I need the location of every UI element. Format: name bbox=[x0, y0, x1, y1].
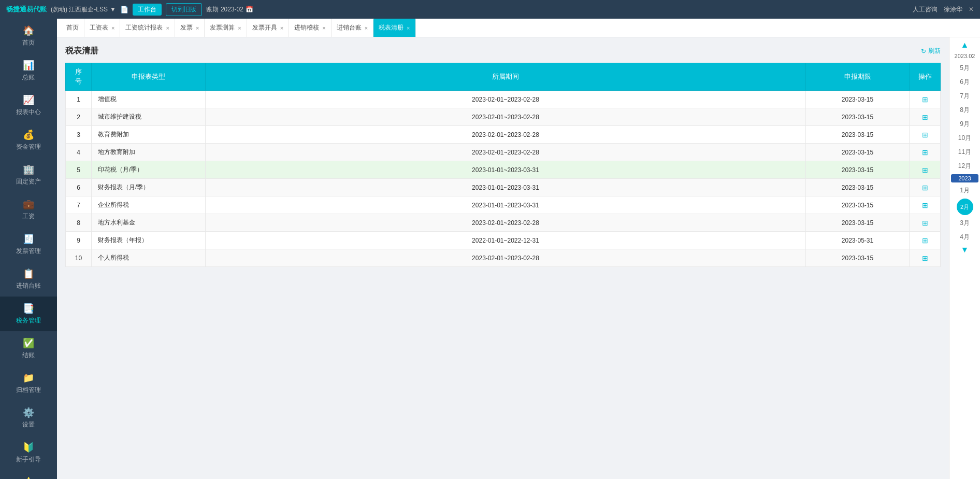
date-nav-down[interactable]: ▼ bbox=[960, 244, 970, 256]
close-tab-invoice-calc[interactable]: × bbox=[238, 25, 241, 31]
close-tab-salary-stats[interactable]: × bbox=[166, 25, 169, 31]
close-tab-invoice[interactable]: × bbox=[196, 25, 199, 31]
table-row: 8 地方水利基金 2023-02-01~2023-02-28 2023-03-1… bbox=[66, 214, 941, 232]
sidebar-item-purchase[interactable]: 📋 进销台账 bbox=[0, 262, 57, 297]
close-tab-purchase-check[interactable]: × bbox=[322, 25, 325, 31]
ledger-icon: 📊 bbox=[23, 60, 34, 71]
cell-period: 2023-02-01~2023-02-28 bbox=[206, 249, 806, 267]
chevron-down-icon: ▼ bbox=[110, 6, 116, 13]
sidebar-item-invoice[interactable]: 🧾 发票管理 bbox=[0, 227, 57, 262]
sidebar-item-reports[interactable]: 📈 报表中心 bbox=[0, 88, 57, 123]
sidebar-label-archive: 归档管理 bbox=[16, 386, 41, 395]
action-icon[interactable]: ⊞ bbox=[922, 254, 928, 262]
cell-action[interactable]: ⊞ bbox=[910, 161, 941, 179]
cell-action[interactable]: ⊞ bbox=[910, 108, 941, 126]
cell-type: 城市维护建设税 bbox=[92, 108, 206, 126]
action-icon[interactable]: ⊞ bbox=[922, 95, 928, 104]
cell-action[interactable]: ⊞ bbox=[910, 249, 941, 267]
cell-action[interactable]: ⊞ bbox=[910, 144, 941, 161]
sidebar-item-settlement[interactable]: ✅ 结账 bbox=[0, 331, 57, 366]
guide-icon: 🔰 bbox=[23, 442, 34, 453]
assets-icon: 🏢 bbox=[23, 164, 34, 175]
switch-old-button[interactable]: 切到旧版 bbox=[166, 3, 202, 16]
content-area: 首页 工资表 × 工资统计报表 × 发票 × 发票测算 × 发票开具 × bbox=[57, 19, 980, 479]
close-icon[interactable]: ✕ bbox=[969, 6, 974, 13]
table-row: 3 教育费附加 2023-02-01~2023-02-28 2023-03-15… bbox=[66, 126, 941, 144]
tab-invoice-calc[interactable]: 发票测算 × bbox=[205, 19, 247, 37]
action-icon[interactable]: ⊞ bbox=[922, 236, 928, 245]
date-panel-header: 2023.02 bbox=[954, 51, 976, 61]
tab-invoice[interactable]: 发票 × bbox=[175, 19, 205, 37]
date-month-7[interactable]: 7月 bbox=[949, 89, 980, 103]
cell-type: 财务报表（月/季） bbox=[92, 179, 206, 196]
sidebar-label-settings: 设置 bbox=[22, 420, 35, 429]
tab-bar: 首页 工资表 × 工资统计报表 × 发票 × 发票测算 × 发票开具 × bbox=[57, 19, 980, 37]
tab-invoice-open[interactable]: 发票开具 × bbox=[247, 19, 289, 37]
tab-salary-stats[interactable]: 工资统计报表 × bbox=[120, 19, 175, 37]
workspace-button[interactable]: 工作台 bbox=[133, 4, 162, 16]
cell-seq: 3 bbox=[66, 126, 92, 144]
date-month-5[interactable]: 5月 bbox=[949, 61, 980, 75]
sidebar-item-home[interactable]: 🏠 首页 bbox=[0, 19, 57, 53]
tax-table: 序号 申报表类型 所属期间 申报期限 操作 1 增值税 2023-02-01~2… bbox=[65, 63, 941, 267]
cell-period: 2023-02-01~2023-02-28 bbox=[206, 126, 806, 144]
action-icon[interactable]: ⊞ bbox=[922, 131, 928, 139]
top-bar-right: 人工咨询 徐涂华 ✕ bbox=[913, 5, 974, 14]
cell-action[interactable]: ⊞ bbox=[910, 214, 941, 232]
tab-home[interactable]: 首页 bbox=[61, 19, 84, 37]
invoice-icon: 🧾 bbox=[23, 233, 34, 245]
date-month-10[interactable]: 10月 bbox=[949, 131, 980, 145]
tab-salary-table[interactable]: 工资表 × bbox=[84, 19, 120, 37]
action-icon[interactable]: ⊞ bbox=[922, 201, 928, 209]
cell-action[interactable]: ⊞ bbox=[910, 196, 941, 214]
sidebar-item-guide[interactable]: 🔰 新手引导 bbox=[0, 435, 57, 470]
date-month-8[interactable]: 8月 bbox=[949, 103, 980, 117]
company-selector[interactable]: (勿动) 江西服企-LSS ▼ bbox=[51, 5, 116, 14]
cell-type: 印花税（月/季） bbox=[92, 161, 206, 179]
close-tab-purchase-ledger[interactable]: × bbox=[365, 25, 368, 31]
sidebar-item-salary[interactable]: 💼 工资 bbox=[0, 192, 57, 227]
date-month-12[interactable]: 12月 bbox=[949, 159, 980, 173]
date-month-1[interactable]: 1月 bbox=[949, 184, 980, 198]
sidebar-item-ledger[interactable]: 📊 总账 bbox=[0, 53, 57, 88]
cell-action[interactable]: ⊞ bbox=[910, 179, 941, 196]
date-month-11[interactable]: 11月 bbox=[949, 145, 980, 159]
date-month-9[interactable]: 9月 bbox=[949, 117, 980, 131]
cell-deadline: 2023-03-15 bbox=[806, 179, 910, 196]
top-bar: 畅捷通易代账 (勿动) 江西服企-LSS ▼ 📄 工作台 切到旧版 账期 202… bbox=[0, 0, 980, 19]
col-header-seq: 序号 bbox=[66, 63, 92, 91]
date-month-3[interactable]: 3月 bbox=[949, 216, 980, 230]
sidebar-item-assets[interactable]: 🏢 固定资产 bbox=[0, 158, 57, 192]
action-icon[interactable]: ⊞ bbox=[922, 166, 928, 174]
refresh-icon: ↻ bbox=[921, 48, 926, 55]
tab-salary-stats-label: 工资统计报表 bbox=[125, 23, 163, 32]
page-content: 税表清册 ↻ 刷新 序号 申报表类型 所属期间 申报期限 操作 bbox=[57, 37, 980, 479]
close-tab-invoice-open[interactable]: × bbox=[280, 25, 283, 31]
sidebar-item-tax[interactable]: 📑 税务管理 bbox=[0, 297, 57, 331]
user-service[interactable]: 人工咨询 bbox=[913, 5, 938, 14]
action-icon[interactable]: ⊞ bbox=[922, 184, 928, 192]
date-month-4[interactable]: 4月 bbox=[949, 230, 980, 244]
tab-purchase-ledger[interactable]: 进销台账 × bbox=[332, 19, 373, 37]
cell-action[interactable]: ⊞ bbox=[910, 126, 941, 144]
action-icon[interactable]: ⊞ bbox=[922, 148, 928, 157]
cell-action[interactable]: ⊞ bbox=[910, 91, 941, 108]
settlement-icon: ✅ bbox=[23, 337, 34, 349]
tab-invoice-label: 发票 bbox=[180, 23, 193, 32]
sidebar-item-vip[interactable]: ⭐ 畅会员 bbox=[0, 470, 57, 479]
action-icon[interactable]: ⊞ bbox=[922, 219, 928, 227]
tab-purchase-check[interactable]: 进销稽核 × bbox=[289, 19, 331, 37]
sidebar-item-settings[interactable]: ⚙️ 设置 bbox=[0, 401, 57, 435]
refresh-label: 刷新 bbox=[928, 47, 941, 55]
sidebar-item-archive[interactable]: 📁 归档管理 bbox=[0, 366, 57, 401]
cell-action[interactable]: ⊞ bbox=[910, 232, 941, 249]
close-tab-salary-table[interactable]: × bbox=[111, 25, 114, 31]
date-month-6[interactable]: 6月 bbox=[949, 75, 980, 89]
refresh-button[interactable]: ↻ 刷新 bbox=[921, 47, 941, 55]
action-icon[interactable]: ⊞ bbox=[922, 113, 928, 121]
close-tab-tax-return[interactable]: × bbox=[407, 25, 410, 31]
tab-tax-return[interactable]: 税表清册 × bbox=[373, 19, 415, 37]
date-month-2-active[interactable]: 2月 bbox=[957, 199, 973, 215]
sidebar-item-funds[interactable]: 💰 资金管理 bbox=[0, 123, 57, 158]
date-nav-up[interactable]: ▲ bbox=[960, 39, 970, 51]
